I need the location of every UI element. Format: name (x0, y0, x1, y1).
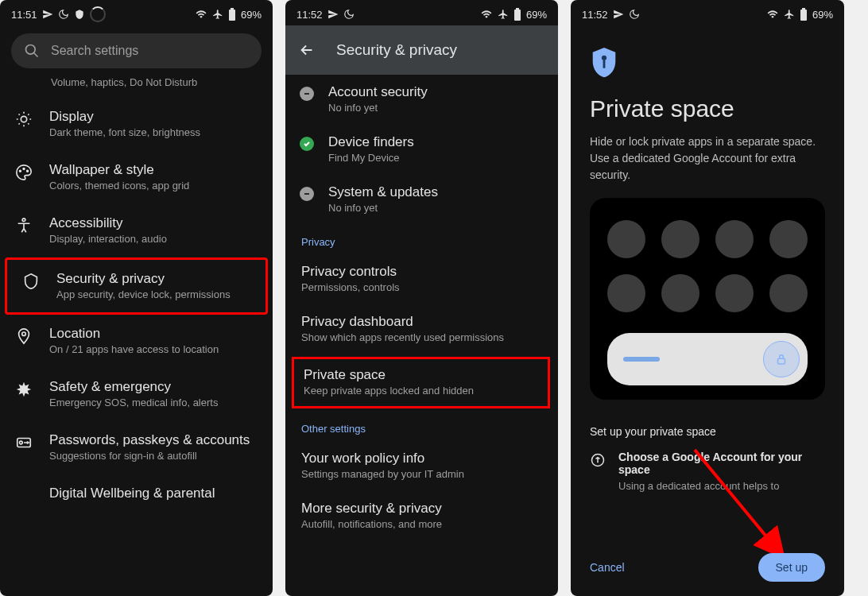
privacy-controls-item[interactable]: Privacy controls Permissions, controls (285, 254, 558, 304)
search-bar-illustration (607, 333, 808, 385)
moon-icon (629, 9, 640, 20)
svg-rect-1 (231, 8, 234, 10)
app-dot-icon (607, 220, 645, 258)
safety-item[interactable]: Safety & emergency Emergency SOS, medica… (0, 368, 273, 421)
info-step-icon (590, 452, 606, 468)
illustration (590, 198, 825, 400)
svg-point-4 (21, 116, 26, 122)
telegram-icon (327, 9, 339, 20)
svg-rect-19 (603, 60, 606, 68)
battery-icon (228, 8, 236, 21)
shield-icon (22, 273, 40, 290)
svg-point-2 (26, 45, 36, 55)
display-item[interactable]: Display Dark theme, font size, brightnes… (0, 98, 273, 151)
svg-rect-12 (514, 10, 521, 21)
private-space-shield-icon (590, 48, 844, 79)
choose-account-title: Choose a Google Account for your space (618, 451, 825, 476)
status-info-icon (300, 187, 314, 201)
telegram-icon (42, 9, 53, 20)
privacy-section-label: Privacy (285, 225, 558, 254)
settings-main-screen: 11:51 69% Search settings Volume, haptic… (0, 0, 273, 596)
svg-rect-17 (802, 8, 805, 10)
svg-rect-13 (516, 8, 519, 10)
key-icon (15, 434, 33, 451)
lock-icon (774, 352, 789, 366)
location-item[interactable]: Location On / 21 apps have access to loc… (0, 315, 273, 368)
app-dot-icon (715, 220, 754, 258)
privacy-dashboard-item[interactable]: Privacy dashboard Show which apps recent… (285, 304, 558, 354)
button-row: Cancel Set up (571, 553, 844, 582)
cancel-button[interactable]: Cancel (590, 561, 625, 574)
svg-rect-14 (304, 93, 309, 95)
back-icon[interactable] (298, 41, 316, 59)
status-bar: 11:52 69% (285, 0, 558, 25)
page-title: Private space (571, 79, 844, 134)
status-bar: 11:51 69% (0, 0, 273, 25)
svg-point-7 (27, 170, 29, 172)
svg-rect-15 (304, 193, 309, 195)
status-ok-icon (300, 137, 314, 151)
status-bar: 11:52 69% (571, 0, 844, 25)
more-security-item[interactable]: More security & privacy Autofill, notifi… (285, 491, 558, 541)
svg-rect-0 (229, 10, 235, 21)
status-time: 11:51 (11, 9, 37, 21)
display-icon (15, 110, 33, 128)
search-icon (24, 43, 40, 59)
accessibility-item[interactable]: Accessibility Display, interaction, audi… (0, 204, 273, 257)
sound-item-partial[interactable]: Volume, haptics, Do Not Disturb (0, 76, 273, 98)
app-dot-icon (715, 274, 754, 312)
status-info-icon (300, 87, 314, 101)
svg-point-6 (23, 168, 25, 169)
passwords-item[interactable]: Passwords, passkeys & accounts Suggestio… (0, 421, 273, 474)
battery-pct: 69% (812, 9, 833, 21)
status-time: 11:52 (582, 9, 608, 21)
work-policy-item[interactable]: Your work policy info Settings managed b… (285, 441, 558, 491)
battery-pct: 69% (241, 9, 262, 21)
lock-circle (763, 341, 800, 377)
accessibility-icon (15, 217, 33, 234)
moon-icon (343, 9, 355, 20)
battery-icon (513, 8, 521, 21)
page-title: Security & privacy (336, 41, 457, 59)
airplane-icon (784, 9, 795, 20)
battery-pct: 69% (526, 9, 547, 21)
wallpaper-item[interactable]: Wallpaper & style Colors, themed icons, … (0, 151, 273, 204)
svg-point-5 (20, 170, 21, 172)
device-finders-item[interactable]: Device finders Find My Device (285, 125, 558, 175)
svg-point-11 (20, 441, 23, 444)
wellbeing-item[interactable]: Digital Wellbeing & parental (0, 474, 273, 503)
loading-spinner-icon (90, 6, 106, 22)
private-space-item[interactable]: Private space Keep private apps locked a… (292, 357, 550, 408)
shield-notif-icon (74, 9, 85, 20)
airplane-icon (212, 9, 223, 20)
security-privacy-screen: 11:52 69% Security & privacy Account sec… (285, 0, 558, 596)
app-dot-icon (661, 220, 699, 258)
palette-icon (15, 164, 33, 181)
search-settings-box[interactable]: Search settings (11, 33, 262, 68)
app-dot-icon (769, 274, 808, 312)
account-security-item[interactable]: Account security No info yet (285, 75, 558, 125)
page-description: Hide or lock private apps in a separate … (571, 134, 844, 198)
app-dot-icon (661, 274, 699, 312)
text-placeholder-icon (623, 357, 660, 362)
app-dot-icon (769, 220, 808, 258)
wifi-icon (766, 9, 779, 20)
system-updates-item[interactable]: System & updates No info yet (285, 175, 558, 225)
emergency-icon (15, 381, 33, 398)
svg-line-3 (34, 53, 38, 57)
other-section-label: Other settings (285, 412, 558, 441)
svg-rect-16 (800, 10, 807, 21)
battery-icon (800, 8, 808, 21)
status-time: 11:52 (296, 9, 323, 21)
security-privacy-item[interactable]: Security & privacy App security, device … (7, 260, 265, 313)
search-placeholder: Search settings (51, 44, 138, 58)
setup-button[interactable]: Set up (758, 553, 825, 582)
wifi-icon (480, 9, 493, 20)
svg-point-18 (602, 56, 606, 60)
private-space-setup-screen: 11:52 69% Private space Hide or lock pri… (571, 0, 844, 596)
security-highlight: Security & privacy App security, device … (5, 257, 268, 315)
moon-icon (58, 9, 69, 20)
location-icon (15, 327, 33, 345)
choose-account-info: Choose a Google Account for your space U… (571, 451, 844, 500)
app-dot-icon (607, 274, 645, 312)
